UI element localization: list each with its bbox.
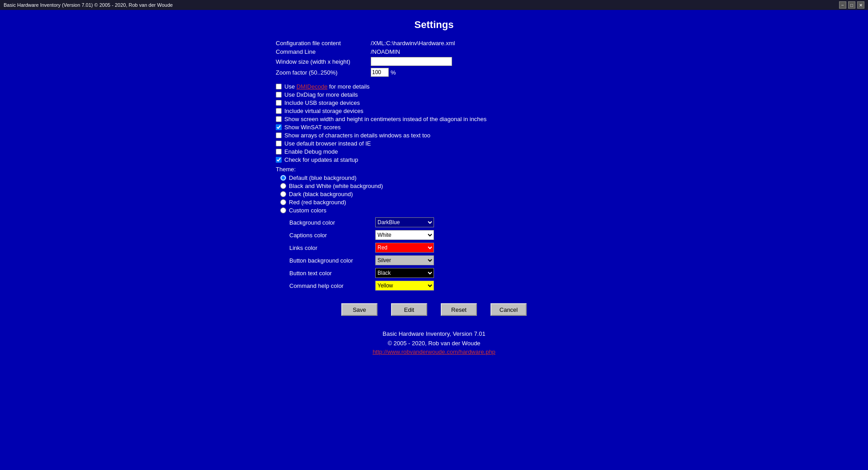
checkbox-virtual-label: Include virtual storage devices <box>284 108 363 114</box>
checkbox-screen-label: Show screen width and height in centimet… <box>284 116 486 122</box>
checkbox-updates[interactable] <box>276 157 282 163</box>
checkbox-arrays-label: Show arrays of characters in details win… <box>284 132 430 139</box>
custom-colors-section: Background color DarkBlue Black White Si… <box>276 217 592 291</box>
radio-row-default: Default (blue background) <box>276 174 592 181</box>
radio-row-bw: Black and White (white background) <box>276 183 592 189</box>
radio-custom-label: Custom colors <box>289 207 326 214</box>
background-color-select[interactable]: DarkBlue Black White Silver Red Yellow <box>375 217 434 227</box>
page-title: Settings <box>415 19 454 31</box>
theme-section: Theme: Default (blue background) Black a… <box>276 166 592 214</box>
color-row-button-bg: Button background color Silver Black Whi… <box>280 255 592 265</box>
reset-button[interactable]: Reset <box>441 303 477 316</box>
checkbox-row-updates: Check for updates at startup <box>276 156 592 163</box>
radio-default-label: Default (blue background) <box>289 174 357 181</box>
radio-bw[interactable] <box>280 183 286 189</box>
config-file-row: Configuration file content /XML:C:\hardw… <box>276 40 592 47</box>
checkbox-row-debug: Enable Debug mode <box>276 148 592 155</box>
command-help-color-select[interactable]: Yellow Black White Red DarkBlue Silver <box>375 281 434 291</box>
radio-custom[interactable] <box>280 207 286 213</box>
window-size-label: Window size (width x height) <box>276 58 371 65</box>
links-color-select[interactable]: Red Black White Silver DarkBlue Yellow <box>375 243 434 253</box>
restore-button[interactable]: □ <box>848 1 855 9</box>
config-file-label: Configuration file content <box>276 40 371 47</box>
radio-row-custom: Custom colors <box>276 207 592 214</box>
checkbox-row-screen: Show screen width and height in centimet… <box>276 116 592 122</box>
checkbox-dxdiag[interactable] <box>276 92 282 98</box>
checkbox-usb-label: Include USB storage devices <box>284 99 360 106</box>
radio-bw-label: Black and White (white background) <box>289 183 383 189</box>
title-bar-controls: − □ ✕ <box>839 1 864 9</box>
dmidecode-link[interactable]: DMIDecode <box>297 83 328 90</box>
radio-dark-label: Dark (black background) <box>289 191 353 197</box>
checkbox-dmidecode-label: Use DMIDecode for more details <box>284 83 370 90</box>
links-color-label: Links color <box>289 244 375 251</box>
checkbox-row-virtual: Include virtual storage devices <box>276 108 592 114</box>
buttons-row: Save Edit Reset Cancel <box>276 303 592 316</box>
zoom-label: Zoom factor (50..250%) <box>276 69 371 76</box>
radio-row-dark: Dark (black background) <box>276 191 592 197</box>
checkbox-arrays[interactable] <box>276 132 282 138</box>
checkbox-row-browser: Use default browser instead of IE <box>276 140 592 147</box>
color-row-links: Links color Red Black White Silver DarkB… <box>280 243 592 253</box>
window-size-row: Window size (width x height) <box>276 57 592 66</box>
footer-line2: © 2005 - 2020, Rob van der Woude <box>276 339 592 348</box>
footer-link[interactable]: http://www.robvanderwoude.com/hardware.p… <box>373 348 495 355</box>
edit-button[interactable]: Edit <box>391 303 427 316</box>
checkbox-row-winsat: Show WinSAT scores <box>276 124 592 131</box>
checkbox-row-arrays: Show arrays of characters in details win… <box>276 132 592 139</box>
command-help-color-label: Command help color <box>289 282 375 289</box>
radio-default[interactable] <box>280 175 286 181</box>
checkbox-row-usb: Include USB storage devices <box>276 99 592 106</box>
config-info: Configuration file content /XML:C:\hardw… <box>276 40 592 77</box>
config-file-value: /XML:C:\hardwinv\Hardware.xml <box>371 40 455 47</box>
button-text-color-select[interactable]: Black White Red Silver DarkBlue Yellow <box>375 268 434 278</box>
zoom-percent: % <box>391 69 396 76</box>
zoom-input[interactable] <box>371 68 389 77</box>
checkbox-updates-label: Check for updates at startup <box>284 156 358 163</box>
color-row-background: Background color DarkBlue Black White Si… <box>280 217 592 227</box>
checkbox-dxdiag-label: Use DxDiag for more details <box>284 91 358 98</box>
footer: Basic Hardware Inventory, Version 7.01 ©… <box>276 329 592 355</box>
command-line-row: Command Line /NOADMIN <box>276 48 592 55</box>
checkbox-browser[interactable] <box>276 141 282 146</box>
checkbox-virtual[interactable] <box>276 108 282 114</box>
window-size-input[interactable] <box>371 57 452 66</box>
minimize-button[interactable]: − <box>839 1 846 9</box>
color-row-command-help: Command help color Yellow Black White Re… <box>280 281 592 291</box>
radio-row-red: Red (red background) <box>276 199 592 206</box>
captions-color-label: Captions color <box>289 232 375 239</box>
checkbox-screen[interactable] <box>276 116 282 122</box>
checkbox-section: Use DMIDecode for more details Use DxDia… <box>276 83 592 163</box>
title-bar-text: Basic Hardware Inventory (Version 7.01) … <box>4 2 173 8</box>
radio-red[interactable] <box>280 199 286 205</box>
checkbox-winsat-label: Show WinSAT scores <box>284 124 341 131</box>
footer-line1: Basic Hardware Inventory, Version 7.01 <box>276 329 592 339</box>
checkbox-dmidecode[interactable] <box>276 84 282 89</box>
color-row-button-text: Button text color Black White Red Silver… <box>280 268 592 278</box>
checkbox-browser-label: Use default browser instead of IE <box>284 140 371 147</box>
checkbox-row-dmidecode: Use DMIDecode for more details <box>276 83 592 90</box>
button-bg-color-select[interactable]: Silver Black White Red DarkBlue Yellow <box>375 255 434 265</box>
close-button[interactable]: ✕ <box>857 1 864 9</box>
button-bg-color-label: Button background color <box>289 257 375 264</box>
settings-form: Configuration file content /XML:C:\hardw… <box>276 40 592 355</box>
button-text-color-label: Button text color <box>289 270 375 277</box>
checkbox-debug[interactable] <box>276 149 282 155</box>
command-line-label: Command Line <box>276 48 371 55</box>
radio-dark[interactable] <box>280 191 286 197</box>
checkbox-winsat[interactable] <box>276 124 282 130</box>
radio-red-label: Red (red background) <box>289 199 346 206</box>
theme-label: Theme: <box>276 166 592 173</box>
checkbox-debug-label: Enable Debug mode <box>284 148 338 155</box>
checkbox-usb[interactable] <box>276 100 282 106</box>
background-color-label: Background color <box>289 219 375 226</box>
save-button[interactable]: Save <box>341 303 377 316</box>
zoom-row: Zoom factor (50..250%) % <box>276 68 592 77</box>
captions-color-select[interactable]: White Black Red Silver DarkBlue Yellow <box>375 230 434 240</box>
checkbox-row-dxdiag: Use DxDiag for more details <box>276 91 592 98</box>
main-content: Settings Configuration file content /XML… <box>0 10 868 355</box>
title-bar: Basic Hardware Inventory (Version 7.01) … <box>0 0 868 10</box>
color-row-captions: Captions color White Black Red Silver Da… <box>280 230 592 240</box>
cancel-button[interactable]: Cancel <box>491 303 527 316</box>
command-line-value: /NOADMIN <box>371 48 400 55</box>
